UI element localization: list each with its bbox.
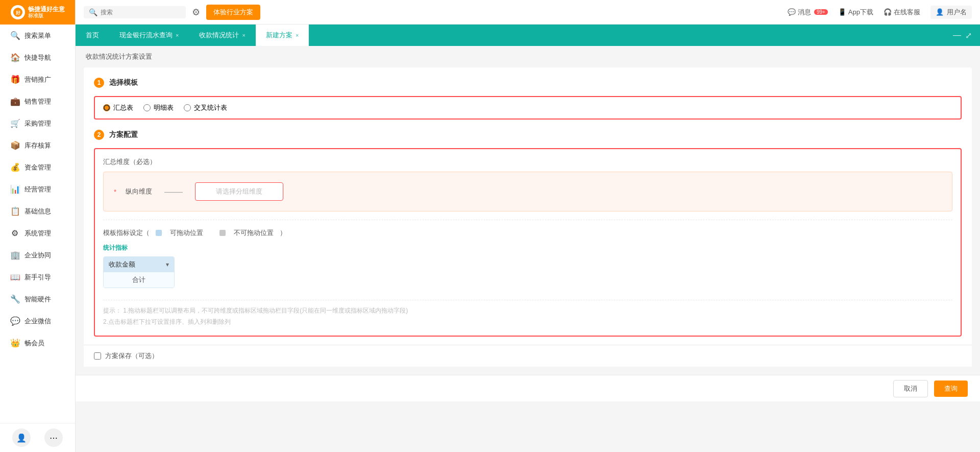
gear-sidebar-icon: ⚙ <box>10 228 19 238</box>
tab-home[interactable]: 收款情况统计方案设置 首页 <box>76 25 109 46</box>
message-icon: 💬 <box>788 8 796 16</box>
section1-header: 1 选择模板 <box>94 78 962 88</box>
sidebar-avatar[interactable]: 👤 <box>12 429 31 447</box>
tab-bank-flow-close[interactable]: × <box>176 32 179 38</box>
chevron-down-icon[interactable]: ▾ <box>166 261 169 268</box>
draggable-legend-dot <box>156 230 162 236</box>
sidebar-item-label: 快捷导航 <box>24 53 51 62</box>
radio-summary[interactable]: 汇总表 <box>103 103 133 112</box>
user-name: 用户名 <box>947 8 967 17</box>
radio-detail[interactable]: 明细表 <box>143 103 174 112</box>
sidebar-item-sales[interactable]: 💼 销售管理 <box>0 90 75 112</box>
dimension-select[interactable]: 请选择分组维度 <box>195 182 283 201</box>
cta-button[interactable]: 体验行业方案 <box>206 5 260 20</box>
sidebar-item-label: 基础信息 <box>24 207 51 216</box>
dimension-header: 汇总维度（必选） <box>103 157 952 166</box>
cart-icon: 🛒 <box>10 118 19 128</box>
book-icon: 📖 <box>10 272 19 282</box>
briefcase-icon: 💼 <box>10 97 19 106</box>
save-checkbox[interactable] <box>94 352 101 360</box>
topbar-search-box[interactable]: 🔍 <box>84 6 186 18</box>
sidebar-item-purchase[interactable]: 🛒 采购管理 <box>0 112 75 134</box>
tab-new-plan[interactable]: 新建方案 × <box>256 25 309 46</box>
sidebar-item-label: 系统管理 <box>24 229 51 238</box>
sidebar-item-label: 营销推广 <box>24 75 51 84</box>
metrics-table: 收款金额 ▾ 合计 <box>103 256 175 288</box>
sidebar-item-finance[interactable]: 💰 资金管理 <box>0 156 75 178</box>
dim-arrow: —— <box>164 186 183 197</box>
template-radio-group: 汇总表 明细表 交叉统计表 <box>103 103 227 112</box>
tab-collection-stats-close[interactable]: × <box>242 32 245 38</box>
save-label: 方案保存（可选） <box>105 351 158 361</box>
sidebar-item-wechat[interactable]: 💬 企业微信 <box>0 310 75 332</box>
sidebar-item-inventory[interactable]: 📦 库存核算 <box>0 134 75 156</box>
radio-detail-label: 明细表 <box>154 103 174 112</box>
app-name: 畅捷通好生意 <box>28 6 65 13</box>
app-logo: 好 畅捷通好生意 标准版 <box>0 0 75 25</box>
breadcrumb: 收款情况统计方案设置 <box>86 53 152 60</box>
metrics-header: 模板指标设定（ 可拖动位置 不可拖动位置 ） <box>103 228 952 237</box>
save-section: 方案保存（可选） <box>84 345 972 367</box>
radio-summary-input[interactable] <box>103 104 110 111</box>
minimize-icon[interactable]: — <box>953 31 961 40</box>
metrics-table-header-label: 收款金额 <box>109 260 135 269</box>
search-input[interactable] <box>101 9 172 16</box>
sidebar-item-member[interactable]: 👑 畅会员 <box>0 332 75 354</box>
sidebar-item-label: 企业微信 <box>24 317 51 326</box>
sidebar-item-label: 企业协同 <box>24 251 51 260</box>
radio-detail-input[interactable] <box>143 104 151 111</box>
sidebar-item-nav[interactable]: 🏠 快捷导航 <box>0 46 75 68</box>
fixed-legend-label: 不可拖动位置 <box>234 228 274 237</box>
cancel-button[interactable]: 取消 <box>893 380 928 397</box>
download-icon: 📱 <box>838 8 846 16</box>
sidebar-item-guide[interactable]: 📖 新手引导 <box>0 266 75 288</box>
home-icon: 🏠 <box>10 53 19 62</box>
sidebar-item-label: 库存核算 <box>24 141 51 150</box>
sidebar-item-label: 畅会员 <box>24 339 44 348</box>
sidebar-item-system[interactable]: ⚙ 系统管理 <box>0 222 75 244</box>
service-item[interactable]: 🎧 在线客服 <box>884 8 920 17</box>
section1-num: 1 <box>94 78 104 88</box>
sidebar-extra[interactable]: ⋯ <box>44 429 63 447</box>
svg-text:好: 好 <box>15 10 20 15</box>
clipboard-icon: 📋 <box>10 206 19 216</box>
building-icon: 🏢 <box>10 250 19 260</box>
maximize-icon[interactable]: ⤢ <box>965 31 972 40</box>
tab-collection-stats[interactable]: 收款情况统计 × <box>189 25 255 46</box>
search-topbar-icon: 🔍 <box>89 8 97 16</box>
config-box: 汇总维度（必选） * 纵向维度 —— 请选择分组维度 <box>94 148 962 337</box>
money-icon: 💰 <box>10 162 19 172</box>
tips-section: 提示： 1.拖动标题栏可以调整布局，不可跨维度或指标区域拖动栏目字段(只能在同一… <box>103 300 952 327</box>
hardware-icon: 🔧 <box>10 294 19 304</box>
download-item[interactable]: 📱 App下载 <box>838 8 873 17</box>
sidebar-item-search[interactable]: 🔍 搜索菜单 <box>0 25 75 46</box>
metrics-table-header[interactable]: 收款金额 ▾ <box>104 257 174 272</box>
user-area[interactable]: 👤 用户名 <box>930 6 972 19</box>
wechat-icon: 💬 <box>10 316 19 326</box>
query-button[interactable]: 查询 <box>934 380 968 397</box>
sidebar-item-label: 智能硬件 <box>24 295 51 304</box>
sidebar-item-label: 经营管理 <box>24 185 51 194</box>
radio-cross-input[interactable] <box>184 104 191 111</box>
main-card: 1 选择模板 汇总表 明细表 交叉统计表 <box>84 67 972 367</box>
section1-title: 选择模板 <box>109 78 138 87</box>
sidebar-item-basics[interactable]: 📋 基础信息 <box>0 200 75 222</box>
sidebar-item-hardware[interactable]: 🔧 智能硬件 <box>0 288 75 310</box>
sidebar-item-marketing[interactable]: 🎁 营销推广 <box>0 68 75 90</box>
radio-cross-label: 交叉统计表 <box>194 103 227 112</box>
tab-bank-flow[interactable]: 现金银行流水查询 × <box>109 25 189 46</box>
notification-item[interactable]: 💬 消息 99+ <box>788 8 828 17</box>
sidebar-item-enterprise[interactable]: 🏢 企业协同 <box>0 244 75 266</box>
gear-icon[interactable]: ⚙ <box>192 7 200 18</box>
tip-text-1: 提示： 1.拖动标题栏可以调整布局，不可跨维度或指标区域拖动栏目字段(只能在同一… <box>103 305 952 317</box>
sidebar: 好 畅捷通好生意 标准版 🔍 搜索菜单 🏠 快捷导航 🎁 营销推广 💼 销售管理… <box>0 0 76 452</box>
radio-cross[interactable]: 交叉统计表 <box>184 103 227 112</box>
tab-new-plan-close[interactable]: × <box>296 32 299 38</box>
sidebar-footer: 👤 ⋯ <box>0 423 75 452</box>
sidebar-item-operations[interactable]: 📊 经营管理 <box>0 178 75 200</box>
metrics-section: 模板指标设定（ 可拖动位置 不可拖动位置 ） 统计指标 收款金额 ▾ <box>103 220 952 290</box>
tab-new-plan-label: 新建方案 <box>266 31 292 40</box>
template-selection-box: 汇总表 明细表 交叉统计表 <box>94 96 962 120</box>
dimension-title: 汇总维度（必选） <box>103 158 156 165</box>
dimension-grid: * 纵向维度 —— 请选择分组维度 <box>103 172 952 211</box>
